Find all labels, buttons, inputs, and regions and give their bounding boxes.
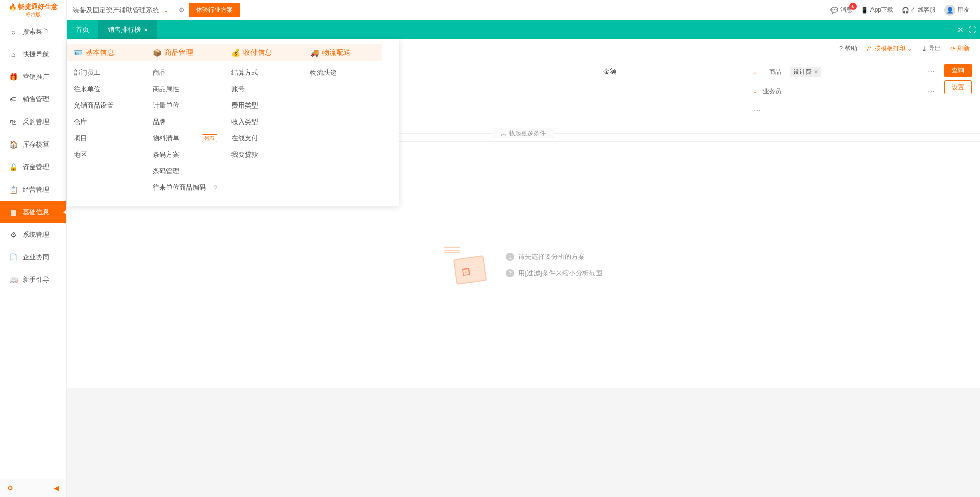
message-badge: 6 [849,3,857,10]
house-icon: 🏠 [9,140,17,149]
mega-item-brand[interactable]: 品牌 [153,114,217,130]
mega-item-product-attr[interactable]: 商品属性 [153,81,217,97]
filter-input-2[interactable] [603,84,749,98]
mega-item-product[interactable]: 商品 [153,65,217,81]
print-button[interactable]: 🖨按模板打印⌄ [866,44,912,53]
fullscreen-icon[interactable]: ⛶ [969,26,976,34]
mega-item-barcode-mgmt[interactable]: 条码管理 [153,163,217,179]
chevron-down-icon[interactable]: ⌄ [753,69,757,75]
sidebar-item-search[interactable]: ⌕搜索菜单 [0,20,66,43]
more-icon[interactable]: ⋯ [928,68,935,76]
mega-item-warehouse[interactable]: 仓库 [74,114,138,130]
avatar-icon: 👤 [944,5,955,16]
phone-icon: 📱 [861,7,868,14]
mega-item-allowed-products[interactable]: 允销商品设置 [74,97,138,114]
mega-item-barcode-plan[interactable]: 条码方案 [153,147,217,163]
mega-col-product: 📦商品管理 商品 商品属性 计量单位 品牌 物料清单列表 条码方案 条码管理 往… [145,44,224,196]
refresh-button[interactable]: ⟳刷新 [950,44,970,53]
message-icon: 💬 [830,7,838,14]
mega-col-logistics: 🚚物流配送 物流快递 [303,44,382,196]
sidebar: 🔥 畅捷通好生意 标准版 ⌕搜索菜单 ⌂快捷导航 🎁营销推广 🏷销售管理 🛍采购… [0,0,67,388]
export-button[interactable]: ⤓导出 [922,44,941,53]
filter-input-staff[interactable] [785,84,924,98]
tab-sales-ranking[interactable]: 销售排行榜 ✕ [98,20,157,39]
gear-icon[interactable]: ⚙ [175,6,189,14]
sidebar-item-sales[interactable]: 🏷销售管理 [0,88,66,111]
home-icon: ⌂ [9,50,17,58]
card-icon: ▦ [9,208,17,216]
sidebar-item-enterprise[interactable]: 📄企业协同 [0,246,66,268]
mega-item-region[interactable]: 地区 [74,147,138,163]
export-icon: ⤓ [922,45,927,52]
mega-item-account[interactable]: 账号 [231,81,296,97]
tab-bar-actions: ✕ ⛶ [957,26,976,34]
empty-illustration: ⊡ [444,242,491,288]
mega-header-basic: 🪪基本信息 [67,44,145,61]
sidebar-item-marketing[interactable]: 🎁营销推广 [0,66,66,88]
flame-icon: 🔥 [9,3,17,11]
search-icon: ⌕ [9,28,17,36]
doc-icon: 📄 [9,253,17,261]
app-download-button[interactable]: 📱 App下载 [861,6,893,14]
more-icon[interactable]: ⋯ [928,87,935,95]
header-right: 💬 消息 6 📱 App下载 🎧 在线客服 👤 用友 [830,5,980,16]
tag-remove-icon[interactable]: ✕ [814,69,818,75]
filter-label-partial: 金额 [603,67,616,76]
mega-header-product: 📦商品管理 [145,44,224,61]
mega-item-income-type[interactable]: 收入类型 [231,114,296,130]
chevron-down-icon[interactable]: ⌄ [163,7,168,14]
settings-button[interactable]: 设置 [944,80,972,94]
mega-col-payment: 💰收付信息 结算方式 账号 费用类型 收入类型 在线支付 我要贷款 [224,44,303,196]
id-card-icon: 🪪 [74,49,82,57]
mega-item-settlement[interactable]: 结算方式 [231,65,296,81]
sidebar-item-shortcut[interactable]: ⌂快捷导航 [0,43,66,66]
sidebar-item-inventory[interactable]: 🏠库存核算 [0,133,66,156]
mega-item-department[interactable]: 部门员工 [74,65,138,81]
filter-input-product[interactable]: 设计费 ✕ [785,65,924,79]
mega-header-payment: 💰收付信息 [224,44,303,61]
mega-item-unit[interactable]: 计量单位 [153,97,217,114]
filter-input-3[interactable] [607,103,750,118]
tab-bar: 首页 销售排行榜 ✕ ✕ ⛶ [67,20,980,39]
mega-item-expense-type[interactable]: 费用类型 [231,97,296,114]
close-icon[interactable]: ✕ [144,27,148,33]
mega-item-project[interactable]: 项目 [74,130,138,147]
action-buttons: 查询 设置 [944,64,972,94]
chevron-down-icon[interactable]: ⌄ [753,89,757,94]
mega-item-express[interactable]: 物流快递 [310,65,375,81]
sidebar-item-newbie[interactable]: 📖新手引导 [0,268,66,291]
mega-item-partner[interactable]: 往来单位 [74,81,138,97]
filter-label-product: 商品 [761,68,781,76]
headset-icon: 🎧 [902,7,909,14]
tab-home[interactable]: 首页 [67,20,98,39]
system-selector[interactable]: 装备及固定资产辅助管理系统 ⌄ [67,6,175,15]
close-all-icon[interactable]: ✕ [957,26,964,34]
step-number-1: 1 [506,253,514,261]
sidebar-item-system[interactable]: ⚙系统管理 [0,223,66,246]
mega-item-bom[interactable]: 物料清单列表 [153,130,217,147]
help-button[interactable]: ?帮助 [839,44,857,53]
empty-steps: 1 请先选择要分析的方案 2 用[过滤]条件来缩小分析范围 [506,252,602,278]
gear-icon: ⚙ [9,231,17,239]
sidebar-item-basic[interactable]: ▦基础信息 [0,201,66,223]
industry-plan-button[interactable]: 体验行业方案 [189,3,240,17]
message-button[interactable]: 💬 消息 6 [830,6,853,14]
sidebar-item-finance[interactable]: 🔒资金管理 [0,156,66,178]
lock-icon: 🔒 [9,163,17,171]
help-icon[interactable]: ? [214,184,217,192]
more-icon[interactable]: ⋯ [754,107,761,115]
sidebar-item-operation[interactable]: 📋经营管理 [0,178,66,201]
mega-item-online-pay[interactable]: 在线支付 [231,130,296,147]
mega-item-loan[interactable]: 我要贷款 [231,147,296,163]
gift-icon: 🎁 [9,73,17,81]
mega-col-basic: 🪪基本信息 部门员工 往来单位 允销商品设置 仓库 项目 地区 [67,44,145,196]
user-menu[interactable]: 👤 用友 [944,5,970,16]
filter-input-amount[interactable] [621,65,749,79]
mega-item-partner-product-code[interactable]: 往来单位商品编码? [153,179,217,196]
list-badge[interactable]: 列表 [202,134,217,142]
online-service-button[interactable]: 🎧 在线客服 [902,6,936,14]
sidebar-item-purchase[interactable]: 🛍采购管理 [0,111,66,133]
print-icon: 🖨 [866,45,872,52]
query-button[interactable]: 查询 [944,64,972,77]
filter-label-staff: 业务员 [761,87,781,96]
